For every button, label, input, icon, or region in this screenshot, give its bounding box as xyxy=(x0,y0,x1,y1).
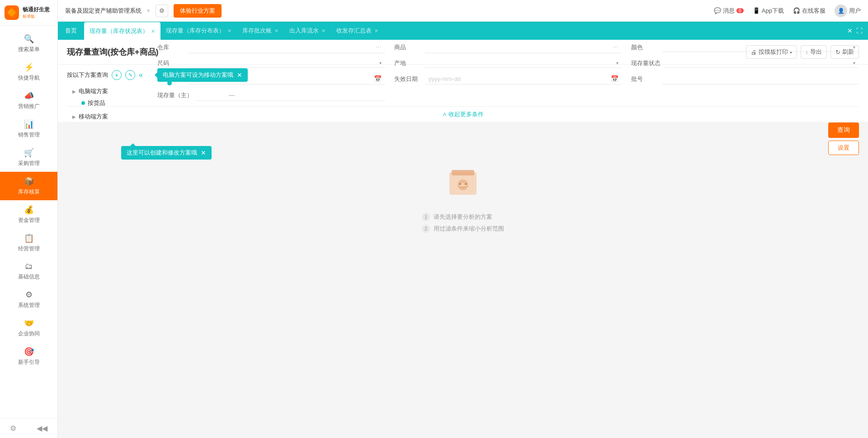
reset-button[interactable]: 设置 xyxy=(828,141,859,155)
tip-num-2: 2 xyxy=(422,225,430,233)
sidebar-item-inventory[interactable]: 📦 库存核算 xyxy=(0,172,57,200)
range-dash: — xyxy=(229,92,235,99)
field-batch: 批号 xyxy=(631,73,859,85)
sidebar-footer: ⚙ ◀◀ xyxy=(0,418,57,438)
tab-close-all-btn[interactable]: ✕ xyxy=(847,27,853,34)
message-icon: 💬 xyxy=(714,7,721,14)
scheme-edit-tooltip: 这里可以创建和修改方案哦 ✕ xyxy=(121,146,212,160)
header-right: 💬 消息 6 📱 App下载 🎧 在线客服 👤 用户 xyxy=(714,5,861,17)
tab-close-inventory-dist[interactable]: ✕ xyxy=(227,28,231,34)
tab-close-inventory-status[interactable]: ✕ xyxy=(151,28,155,34)
filter-fields-wrapper: 仓库 ··· 商品 ··· 颜色 xyxy=(157,41,859,106)
folder-icon: 🗂 xyxy=(25,262,33,271)
sidebar-item-management[interactable]: 📋 经营管理 xyxy=(0,229,57,257)
tab-close-batch[interactable]: ✕ xyxy=(274,28,278,34)
tooltip-edit-close[interactable]: ✕ xyxy=(201,149,206,156)
scheme-mobile-expand-icon: ▶ xyxy=(72,114,76,119)
sidebar-item-finance[interactable]: 💰 资金管理 xyxy=(0,200,57,229)
expire-date-cal-icon: 📅 xyxy=(611,75,618,82)
field-origin: 产地 ▾ xyxy=(394,59,622,68)
lightning-icon: ⚡ xyxy=(24,62,34,72)
logo-text: 畅通好生意 标准版 xyxy=(23,6,50,19)
tab-inventory-dist[interactable]: 现存量（库存分布表） ✕ xyxy=(160,22,237,40)
produce-date-cal-icon: 📅 xyxy=(374,75,382,82)
tip-num-1: 1 xyxy=(422,213,430,221)
sidebar-item-base[interactable]: 🗂 基础信息 xyxy=(0,257,57,285)
collapse-up-icon: ∧ xyxy=(442,111,447,118)
filter-add-button[interactable]: + xyxy=(112,70,122,80)
field-size: 尺码 ▾ xyxy=(157,59,385,68)
collapse-row[interactable]: ∧ 收起更多条件 xyxy=(67,106,859,122)
industry-button[interactable]: 体验行业方案 xyxy=(174,4,222,18)
origin-select-arrow: ▾ xyxy=(616,61,618,66)
tab-home[interactable]: 首页 xyxy=(58,22,84,40)
tab-flow[interactable]: 出入库流水 ✕ xyxy=(284,22,331,40)
svg-point-5 xyxy=(465,183,467,185)
chart-icon: 📊 xyxy=(24,119,34,129)
color-select[interactable]: ▾ xyxy=(662,43,859,52)
stock-status-arrow: ▾ xyxy=(853,61,855,66)
sidebar-item-guide[interactable]: 🎯 新手引导 xyxy=(0,342,57,371)
filter-label: 按以下方案查询 xyxy=(67,71,108,79)
message-item[interactable]: 💬 消息 6 xyxy=(714,7,744,15)
search-button[interactable]: 查询 xyxy=(828,122,859,138)
scheme-tooltip: 电脑方案可设为移动方案哦 ✕ xyxy=(157,68,248,82)
scheme-expand-icon: ▶ xyxy=(72,89,76,94)
message-badge: 6 xyxy=(736,8,744,13)
tooltip-scheme-close[interactable]: ✕ xyxy=(237,71,242,79)
stock-qty-max[interactable] xyxy=(236,92,382,99)
box-icon: 📦 xyxy=(24,176,34,186)
sidebar-item-sales[interactable]: 📊 销售管理 xyxy=(0,115,57,143)
collapse-sidebar-btn[interactable]: ◀◀ xyxy=(37,424,47,433)
stock-qty-input[interactable]: — xyxy=(196,90,385,101)
top-header: 装备及固定资产辅助管理系统 ▾ ⚙ 体验行业方案 💬 消息 6 📱 App下载 … xyxy=(58,0,868,22)
expire-date-input[interactable]: yyyy-mm-dd 📅 xyxy=(425,73,622,85)
target-icon: 🎯 xyxy=(24,347,34,357)
sidebar: 🔶 畅通好生意 标准版 🔍 搜索菜单 ⚡ 快捷导航 📣 营销推广 📊 销售管理 … xyxy=(0,0,58,438)
filter-back-button[interactable]: « xyxy=(139,71,143,79)
system-title: 装备及固定资产辅助管理系统 xyxy=(65,7,142,15)
sidebar-nav: 🔍 搜索菜单 ⚡ 快捷导航 📣 营销推广 📊 销售管理 🛒 采购管理 📦 库存核… xyxy=(0,26,57,418)
filter-edit-button[interactable]: ✎ xyxy=(125,70,135,80)
tab-batch-ledger[interactable]: 库存批次账 ✕ xyxy=(237,22,284,40)
page-title: 现存量查询(按仓库+商品) xyxy=(67,47,159,57)
cart-icon: 🛒 xyxy=(24,148,34,158)
user-item[interactable]: 👤 用户 xyxy=(835,5,861,17)
app-download-item[interactable]: 📱 App下载 xyxy=(753,7,784,15)
warehouse-input[interactable]: ··· xyxy=(188,41,385,53)
sidebar-item-collab[interactable]: 🤝 企业协同 xyxy=(0,314,57,342)
headset-icon: 🎧 xyxy=(793,7,800,14)
tab-close-summary[interactable]: ✕ xyxy=(374,28,378,34)
goods-input[interactable]: ··· xyxy=(425,41,622,53)
sidebar-item-search[interactable]: 🔍 搜索菜单 xyxy=(0,29,57,58)
batch-input[interactable] xyxy=(662,74,859,85)
settings-footer-btn[interactable]: ⚙ xyxy=(10,424,16,433)
settings-button[interactable]: ⚙ xyxy=(156,5,168,17)
tabs-bar: 首页 现存量（库存状况表） ✕ 现存量（库存分布表） ✕ 库存批次账 ✕ 出入库… xyxy=(58,22,868,40)
sidebar-logo: 🔶 畅通好生意 标准版 xyxy=(0,0,57,26)
sidebar-item-system[interactable]: ⚙ 系统管理 xyxy=(0,285,57,314)
tabs-right: ✕ ⛶ xyxy=(847,27,868,34)
origin-select[interactable]: ▾ xyxy=(425,59,622,68)
stock-status-select[interactable]: ▾ xyxy=(664,59,859,68)
tab-close-flow[interactable]: ✕ xyxy=(321,28,326,34)
scheme-dot-icon xyxy=(81,101,85,105)
tab-maximize-btn[interactable]: ⛶ xyxy=(856,27,863,34)
field-warehouse: 仓库 ··· xyxy=(157,41,385,53)
size-select[interactable]: ▾ xyxy=(188,59,385,68)
main-content: 装备及固定资产辅助管理系统 ▾ ⚙ 体验行业方案 💬 消息 6 📱 App下载 … xyxy=(58,0,868,438)
filter-area: 按以下方案查询 + ✎ « 电脑方案可设为移动方案哦 ✕ ▶ 电脑端方案 xyxy=(58,65,868,122)
tab-inventory-status[interactable]: 现存量（库存状况表） ✕ xyxy=(84,22,160,40)
stock-qty-min[interactable] xyxy=(200,92,227,99)
online-support-item[interactable]: 🎧 在线客服 xyxy=(793,7,826,15)
logo-icon: 🔶 xyxy=(5,5,19,20)
empty-icon xyxy=(440,159,486,204)
filter-action-btns: 查询 设置 xyxy=(828,122,859,155)
sidebar-item-marketing[interactable]: 📣 营销推广 xyxy=(0,86,57,115)
goods-dots-icon: ··· xyxy=(613,43,618,51)
sidebar-item-purchase[interactable]: 🛒 采购管理 xyxy=(0,143,57,172)
handshake-icon: 🤝 xyxy=(24,318,34,328)
sidebar-item-quicknav[interactable]: ⚡ 快捷导航 xyxy=(0,58,57,86)
clipboard-icon: 📋 xyxy=(24,233,34,243)
tab-summary[interactable]: 收发存汇总表 ✕ xyxy=(331,22,384,40)
